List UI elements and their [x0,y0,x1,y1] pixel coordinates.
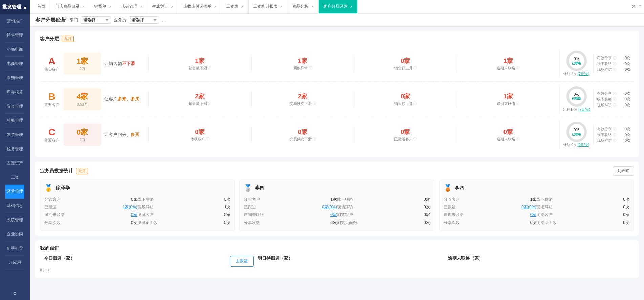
plan-link[interactable]: (7天/次) [578,72,589,76]
staff-stat-val-0-4[interactable]: 0家 [131,212,137,218]
tier-count-a[interactable]: 1家 [77,56,88,66]
tab-close-merchandise[interactable]: × [82,5,84,9]
dept-select[interactable]: 请选择 [81,16,111,24]
more-dots[interactable]: ... [162,17,166,23]
tab-close-store[interactable]: × [140,5,142,9]
info-icon[interactable]: ⓘ [208,66,211,70]
info-icon[interactable]: ⓘ [206,137,209,141]
info-icon[interactable]: ⓘ [613,92,616,95]
sidebar-item-gudingzichan[interactable]: 固定资产 [5,156,24,170]
metric-val-a-1[interactable]: 1家 [298,57,307,65]
info-icon[interactable]: ⓘ [613,103,616,107]
info-icon[interactable]: ⓘ [313,101,316,106]
info-icon[interactable]: ⓘ [613,139,616,142]
info-icon[interactable]: ⓘ [613,97,616,101]
plan-link[interactable]: (0天/次) [578,143,589,147]
metric-val-b-2[interactable]: 0家 [401,92,410,100]
staff-stat-val-2-4[interactable]: 0家 [530,212,537,218]
staff-stat-val-0-2[interactable]: 1家(0%) [123,204,137,210]
sidebar-item-yun[interactable]: 云应用 [5,256,24,270]
sidebar-item-fapiao[interactable]: 发票管理 [5,128,24,142]
staff-stat-2-0: 分管客户 1家 [444,195,537,203]
tier-plan-c: 计划 0次 (0天/次) [563,143,589,147]
tab-receivable[interactable]: 应收应付调整单× [178,0,221,14]
info-icon[interactable]: ⓘ [309,66,312,70]
staff-stat-2-6: 分享次数 0次 [444,219,537,227]
metric-val-a-3[interactable]: 1家 [503,57,513,65]
staff-stat-val-2-2[interactable]: 0家(0%) [521,204,536,210]
info-icon[interactable]: ⓘ [516,66,519,70]
info-icon[interactable]: ⓘ [516,137,519,141]
sidebar-item-gongzi[interactable]: 工资 [5,170,24,185]
sidebar-item-jichu[interactable]: 基础信息 [5,199,24,213]
sidebar-item-xiaodian[interactable]: 小畅电商 [5,43,24,57]
sidebar-item-xinshou[interactable]: 新手引导 [5,241,24,256]
gear-icon[interactable]: ⚙ [0,287,30,300]
tab-sales[interactable]: 销货单× [89,0,116,14]
staff-stat-val-2-3: 0次 [623,204,629,210]
metric-val-b-3[interactable]: 1家 [503,92,513,100]
metric-val-b-1[interactable]: 2家 [298,92,307,100]
sidebar-item-zijin[interactable]: 资金管理 [5,99,24,114]
tab-voucher[interactable]: 生成凭证× [147,0,178,14]
go-followup-button[interactable]: 去跟进 [230,256,254,267]
sidebar-item-zhangzhang[interactable]: 总账管理 [5,114,24,128]
sidebar-item-shuiwu[interactable]: 税务管理 [5,142,24,156]
metric-val-c-0[interactable]: 0家 [195,128,205,136]
info-icon[interactable]: ⓘ [313,137,316,141]
sidebar-item-dianshang[interactable]: 电商管理 [5,57,24,71]
staff-select[interactable]: 请选择 [129,16,159,24]
metric-val-a-2[interactable]: 0家 [401,57,410,65]
staff-stat-label-1-4: 逾期未联络 [244,212,264,218]
right-stat-val-c-2: 0次 [625,138,630,143]
tab-close-receivable[interactable]: × [214,5,216,9]
tab-home[interactable]: 首页 [33,0,50,14]
info-icon[interactable]: ⓘ [208,101,211,106]
tab-close-voucher[interactable]: × [171,5,173,9]
info-icon[interactable]: ⓘ [413,101,417,106]
plan-link[interactable]: (7天/次) [578,108,590,111]
tab-salary[interactable]: 工资表× [221,0,248,14]
info-icon[interactable]: ⓘ [516,101,519,106]
metric-val-b-0[interactable]: 2家 [195,92,205,100]
metric-b-2: 0家 销售额上升 ⓘ [354,91,457,108]
tab-close-analysis[interactable]: × [311,5,313,9]
tab-store[interactable]: 店铺管理× [116,0,147,14]
metric-val-c-2[interactable]: 0家 [401,128,410,136]
tab-close-salaryreport[interactable]: × [280,5,282,9]
metric-val-c-3[interactable]: 0家 [503,128,513,136]
info-icon[interactable]: ⓘ [613,56,616,60]
info-icon[interactable]: ⓘ [413,137,417,141]
info-icon[interactable]: ⓘ [613,68,616,71]
tab-close-sales[interactable]: × [109,5,111,9]
info-icon[interactable]: ⓘ [613,127,616,131]
restore-icon[interactable]: □ [639,4,641,9]
sidebar-item-xitong[interactable]: 系统管理 [5,213,24,227]
sidebar-item-yingxiao[interactable]: 营销推广 [5,14,24,28]
close-icon[interactable]: ✕ [631,3,636,10]
sidebar-item-caigou[interactable]: 采购管理 [5,71,24,85]
sidebar-item-qiye[interactable]: 企业协同 [5,227,24,241]
tab-customer[interactable]: 客户分层经营× [319,0,358,14]
tab-salaryreport[interactable]: 工资统计报表× [249,0,287,14]
sidebar-item-xiaoshou[interactable]: 销售管理 [5,28,24,43]
tier-count-c[interactable]: 0家 [77,127,88,137]
staff-stat-val-1-4[interactable]: 0家 [330,212,337,218]
list-view-button[interactable]: 列表式 [613,166,634,176]
tab-label-voucher: 生成凭证 [152,4,168,9]
metric-label-c-2: 已激活客户 ⓘ [394,137,417,142]
tab-close-customer[interactable]: × [350,5,352,9]
staff-stat-val-1-2[interactable]: 0家(0%) [322,204,337,210]
tab-analysis[interactable]: 商品分析× [287,0,318,14]
tab-merchandise[interactable]: 门店商品目录× [50,0,89,14]
tier-count-b[interactable]: 4家 [77,92,88,102]
sidebar-item-jingying[interactable]: 经营管理 [5,185,24,199]
info-icon[interactable]: ⓘ [613,62,616,66]
metric-val-c-1[interactable]: 0家 [298,128,307,136]
tab-close-salary[interactable]: × [241,5,243,9]
sidebar-item-kucun[interactable]: 库存核算 [5,85,24,99]
info-icon[interactable]: ⓘ [613,133,616,137]
metric-b-0: 2家 销售额下滑 ⓘ [148,91,251,108]
metric-val-a-0[interactable]: 1家 [195,57,205,65]
info-icon[interactable]: ⓘ [413,66,417,70]
